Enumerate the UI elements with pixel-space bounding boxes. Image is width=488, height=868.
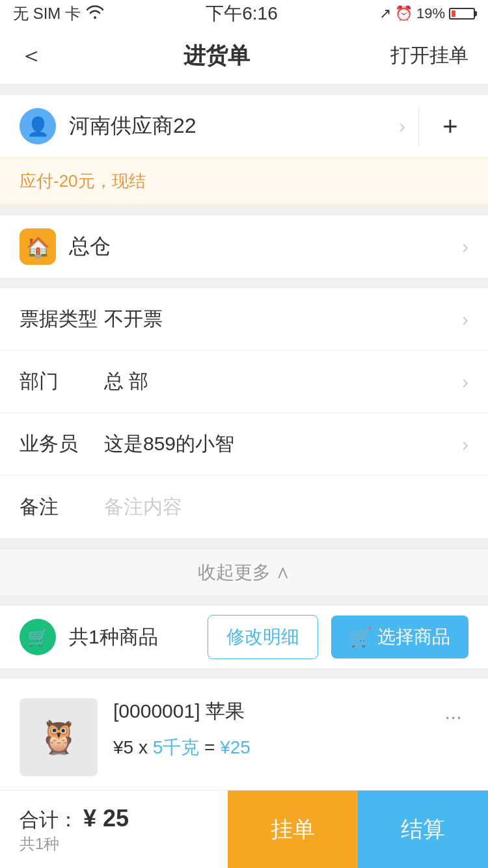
total-text: 合计：: [20, 807, 78, 834]
total-amount: ¥ 25: [83, 805, 129, 832]
product-code: [0000001]: [113, 700, 200, 722]
salesperson-value: 这是859的小智: [104, 431, 462, 457]
product-info: [0000001] 苹果 ¥5 x 5千克 = ¥25: [113, 698, 422, 760]
collapse-label: 收起更多 ∧: [198, 560, 291, 585]
salesperson-chevron-icon: ›: [462, 433, 468, 455]
status-bar-left: 无 SIM 卡: [13, 3, 104, 24]
salesperson-label: 业务员: [20, 431, 104, 457]
select-product-icon: 🛒: [349, 627, 372, 648]
product-multiply: x: [133, 737, 153, 757]
checkout-button[interactable]: 结算: [358, 791, 488, 869]
warehouse-section: 🏠 总仓 ›: [0, 215, 488, 278]
supplier-divider: [418, 107, 419, 146]
warehouse-name: 总仓: [69, 232, 462, 261]
product-total: ¥25: [220, 737, 251, 757]
supplier-alert-banner: 应付-20元，现结: [0, 157, 488, 205]
total-label-row: 合计： ¥ 25: [20, 805, 208, 834]
remark-label: 备注: [20, 494, 104, 521]
invoice-chevron-icon: ›: [462, 308, 468, 331]
form-row-remark[interactable]: 备注 备注内容: [0, 476, 488, 538]
supplier-avatar: 👤: [20, 108, 56, 144]
product-equals: =: [199, 737, 220, 757]
products-header: 🛒 共1种商品 修改明细 🛒 选择商品: [0, 606, 488, 668]
location-icon: ↗: [379, 5, 391, 22]
home-icon: 🏠: [26, 236, 50, 258]
product-name: [0000001] 苹果: [113, 698, 422, 725]
page-title: 进货单: [183, 41, 250, 71]
department-value: 总 部: [104, 368, 462, 395]
product-thumbnail: 🦉: [20, 698, 98, 776]
select-product-label: 选择商品: [377, 625, 450, 649]
status-bar-time: 下午6:16: [206, 1, 278, 26]
department-label: 部门: [20, 368, 104, 395]
invoice-value: 不开票: [104, 306, 462, 332]
bottom-bar: 合计： ¥ 25 共1种 挂单 结算: [0, 790, 488, 868]
person-icon: 👤: [27, 116, 49, 137]
product-price: ¥5 x 5千克 = ¥25: [113, 735, 422, 760]
product-thumb-icon: 🦉: [38, 718, 79, 756]
open-pending-button[interactable]: 打开挂单: [390, 42, 468, 69]
add-supplier-button[interactable]: +: [432, 108, 468, 144]
remark-input[interactable]: 备注内容: [104, 494, 468, 521]
cart-icon: 🛒: [27, 627, 48, 647]
collapse-toggle-button[interactable]: 收起更多 ∧: [0, 549, 488, 595]
battery-pct: 19%: [416, 5, 445, 22]
product-item: 🦉 [0000001] 苹果 ¥5 x 5千克 = ¥25 ···: [0, 679, 488, 796]
main-content: 👤 河南供应商22 › + 应付-20元，现结 🏠 总仓 › 票据类型 不开票 …: [0, 95, 488, 868]
form-row-department[interactable]: 部门 总 部 ›: [0, 351, 488, 413]
total-section: 合计： ¥ 25 共1种: [0, 805, 228, 854]
form-section: 票据类型 不开票 › 部门 总 部 › 业务员 这是859的小智 › 备注 备注…: [0, 288, 488, 538]
product-unit-price: ¥5: [113, 737, 133, 757]
nav-bar: ＜ 进货单 打开挂单: [0, 27, 488, 85]
form-row-invoice[interactable]: 票据类型 不开票 ›: [0, 288, 488, 351]
alert-text: 应付-20元，现结: [20, 171, 146, 191]
warehouse-icon: 🏠: [20, 228, 56, 265]
supplier-section: 👤 河南供应商22 › + 应付-20元，现结: [0, 95, 488, 205]
select-product-button[interactable]: 🛒 选择商品: [331, 616, 468, 658]
department-chevron-icon: ›: [462, 371, 468, 393]
battery-icon: [449, 8, 475, 20]
warehouse-chevron-icon: ›: [462, 236, 468, 258]
products-count-label: 共1种商品: [69, 624, 195, 651]
product-more-button[interactable]: ···: [438, 698, 468, 735]
products-icon: 🛒: [20, 619, 56, 655]
warehouse-row[interactable]: 🏠 总仓 ›: [0, 215, 488, 278]
supplier-name: 河南供应商22: [69, 112, 399, 141]
edit-detail-button[interactable]: 修改明细: [208, 615, 318, 659]
chevron-right-icon: ›: [399, 115, 405, 137]
carrier-label: 无 SIM 卡: [13, 3, 81, 24]
supplier-row[interactable]: 👤 河南供应商22 › +: [0, 95, 488, 157]
back-button[interactable]: ＜: [20, 40, 43, 72]
alarm-icon: ⏰: [395, 5, 413, 22]
total-count: 共1种: [20, 834, 208, 854]
status-bar: 无 SIM 卡 下午6:16 ↗ ⏰ 19%: [0, 0, 488, 27]
status-bar-right: ↗ ⏰ 19%: [379, 5, 475, 22]
product-title: 苹果: [206, 700, 245, 722]
hang-button[interactable]: 挂单: [228, 791, 358, 869]
form-row-salesperson[interactable]: 业务员 这是859的小智 ›: [0, 413, 488, 476]
wifi-icon: [86, 5, 104, 23]
invoice-label: 票据类型: [20, 306, 104, 332]
product-qty: 5千克: [153, 737, 200, 757]
